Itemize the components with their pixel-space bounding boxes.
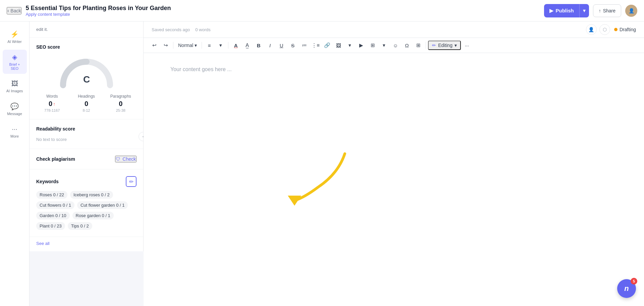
seo-panel-wrapper: ‹ edit it. SEO score C bbox=[30, 21, 144, 306]
chat-widget[interactable]: 5 n bbox=[617, 279, 636, 298]
top-header: ‹ Back 5 Essential Tips for Planting Ros… bbox=[0, 0, 644, 21]
link-button[interactable]: 🔗 bbox=[322, 40, 332, 51]
words-range: 778-1167 bbox=[36, 108, 68, 112]
sidebar-item-ai-writer[interactable]: ⚡ AI Writer bbox=[3, 27, 27, 47]
keyword-plant: Plant 0 / 23 bbox=[36, 222, 65, 230]
paragraphs-value: 0 bbox=[105, 100, 137, 108]
strikethrough-button[interactable]: S bbox=[287, 40, 298, 51]
emoji-button[interactable]: ☺ bbox=[390, 40, 401, 51]
style-select-button[interactable]: Normal ▾ bbox=[175, 41, 200, 49]
publish-button[interactable]: ▶ Publish ▾ bbox=[544, 4, 589, 17]
undo-button[interactable]: ↩ bbox=[149, 40, 160, 51]
sidebar-item-ai-images[interactable]: 🖼 AI Images bbox=[3, 76, 27, 96]
keyword-cut-flowers: Cut flowers 0 / 1 bbox=[36, 201, 74, 209]
drafting-label: Drafting bbox=[620, 27, 636, 32]
editing-pencil-icon: ✏ bbox=[432, 43, 436, 48]
headings-range: 8-12 bbox=[70, 108, 102, 112]
edit-keywords-button[interactable]: ✏ bbox=[126, 176, 137, 187]
indent-button[interactable]: ⊞ bbox=[413, 40, 424, 51]
shield-icon: 🛡 bbox=[116, 156, 120, 162]
publish-dropdown-button[interactable]: ▾ bbox=[580, 4, 589, 17]
keyword-tips: Tips 0 / 2 bbox=[68, 222, 92, 230]
chat-letter: n bbox=[624, 284, 629, 293]
format-toolbar: ↩ ↪ Normal ▾ ≡ ▾ A A̲ B I U S ≔ ⋮≡ 🔗 🖼 ▾… bbox=[144, 38, 644, 53]
readability-title: Readability score bbox=[36, 126, 137, 132]
bullet-list-button[interactable]: ≔ bbox=[299, 40, 310, 51]
headings-label: Headings bbox=[70, 94, 102, 99]
icon-sidebar: ⚡ AI Writer ◈ Brief + SEO 🖼 AI Images 💬 … bbox=[0, 21, 30, 306]
readability-section: Readability score No text to score bbox=[30, 119, 143, 149]
apply-template-link[interactable]: Apply content template bbox=[25, 12, 171, 17]
share-upload-icon: ↑ bbox=[599, 8, 601, 13]
keyword-cut-flower-garden: Cut flower garden 0 / 1 bbox=[77, 201, 128, 209]
keyword-rose-garden: Rose garden 0 / 1 bbox=[72, 212, 114, 219]
word-count: 0 words bbox=[195, 27, 211, 32]
sidebar-item-brief-seo[interactable]: ◈ Brief + SEO bbox=[3, 50, 27, 74]
avatar[interactable]: 👤 bbox=[625, 5, 637, 17]
play-button[interactable]: ▶ bbox=[356, 40, 367, 51]
stat-headings: Headings 0 8-12 bbox=[70, 94, 102, 112]
content-placeholder: Your content goes here ... bbox=[170, 66, 617, 72]
svg-marker-1 bbox=[288, 196, 301, 206]
headings-value: 0 bbox=[70, 100, 102, 108]
image-dropdown-button[interactable]: ▾ bbox=[344, 40, 355, 51]
more-options-button[interactable]: ··· bbox=[462, 40, 472, 51]
back-label: Back bbox=[10, 8, 21, 13]
paragraphs-range: 25-38 bbox=[105, 108, 137, 112]
toolbar-divider-4 bbox=[426, 42, 426, 49]
toolbar-divider-1 bbox=[173, 42, 173, 49]
keyword-garden: Garden 0 / 10 bbox=[36, 212, 70, 219]
back-button[interactable]: ‹ Back bbox=[7, 7, 21, 14]
editing-mode-button[interactable]: ✏ Editing ▾ bbox=[428, 41, 461, 50]
font-color-button[interactable]: A bbox=[230, 40, 241, 51]
seo-score-section: SEO score C Words bbox=[30, 38, 143, 119]
share-button[interactable]: ↑ Share bbox=[593, 4, 621, 17]
ordered-list-button[interactable]: ⋮≡ bbox=[310, 40, 321, 51]
publish-main[interactable]: ▶ Publish bbox=[544, 4, 579, 17]
paragraphs-label: Paragraphs bbox=[105, 94, 137, 99]
main-layout: ⚡ AI Writer ◈ Brief + SEO 🖼 AI Images 💬 … bbox=[0, 21, 644, 306]
collab-share-icon[interactable]: ⬡ bbox=[599, 24, 610, 35]
stat-words: Words 0 ↑ 778-1167 bbox=[36, 94, 68, 112]
chat-badge: 5 bbox=[631, 278, 637, 285]
sidebar-item-message[interactable]: 💬 Message bbox=[3, 99, 27, 119]
editing-chevron-icon: ▾ bbox=[454, 43, 457, 48]
see-all-keywords-link[interactable]: See all bbox=[30, 241, 143, 251]
check-label: Check bbox=[122, 156, 136, 162]
gauge-container: C bbox=[36, 55, 137, 89]
italic-button[interactable]: I bbox=[265, 40, 275, 51]
table-button[interactable]: ⊞ bbox=[367, 40, 378, 51]
saved-text: Saved seconds ago bbox=[152, 27, 190, 32]
sidebar-item-label-more: More bbox=[10, 134, 19, 138]
ai-images-icon: 🖼 bbox=[11, 80, 18, 88]
align-dropdown-button[interactable]: ▾ bbox=[215, 40, 226, 51]
check-plagiarism-button[interactable]: 🛡 Check bbox=[115, 156, 137, 162]
collab-user-icon[interactable]: 👤 bbox=[586, 24, 597, 35]
image-button[interactable]: 🖼 bbox=[333, 40, 344, 51]
redo-button[interactable]: ↪ bbox=[160, 40, 171, 51]
keyword-tags: Roses 0 / 22 Iceberg roses 0 / 2 Cut flo… bbox=[36, 191, 137, 230]
sidebar-item-label-brief-seo: Brief + SEO bbox=[5, 62, 24, 70]
title-section: 5 Essential Tips for Planting Roses in Y… bbox=[25, 5, 171, 17]
editing-label: Editing bbox=[438, 43, 452, 48]
table-dropdown-button[interactable]: ▾ bbox=[379, 40, 389, 51]
sidebar-item-more[interactable]: ··· More bbox=[3, 122, 27, 142]
editor-status-bar: Saved seconds ago 0 words 👤 ⬡ Drafting bbox=[144, 21, 644, 38]
ai-writer-icon: ⚡ bbox=[10, 30, 19, 38]
message-icon: 💬 bbox=[10, 102, 19, 110]
svg-text:C: C bbox=[83, 74, 90, 85]
seo-panel: ‹ edit it. SEO score C bbox=[30, 21, 144, 251]
plagiarism-row: Check plagiarism 🛡 Check bbox=[36, 156, 137, 162]
align-button[interactable]: ≡ bbox=[204, 40, 215, 51]
content-area[interactable]: Your content goes here ... bbox=[144, 53, 644, 306]
special-char-button[interactable]: Ω bbox=[401, 40, 412, 51]
keyword-roses: Roses 0 / 22 bbox=[36, 191, 67, 199]
keywords-section: Keywords ✏ Roses 0 / 22 Iceberg roses 0 … bbox=[30, 169, 143, 237]
collab-icons: 👤 ⬡ bbox=[586, 24, 610, 35]
bold-button[interactable]: B bbox=[253, 40, 264, 51]
highlight-button[interactable]: A̲ bbox=[242, 40, 253, 51]
publish-label: Publish bbox=[555, 8, 574, 13]
words-label: Words bbox=[36, 94, 68, 99]
header-left: ‹ Back 5 Essential Tips for Planting Ros… bbox=[7, 5, 171, 17]
underline-button[interactable]: U bbox=[276, 40, 287, 51]
